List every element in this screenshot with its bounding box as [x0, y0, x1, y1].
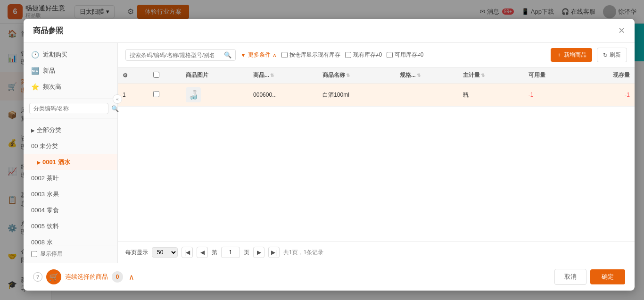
show-disabled-checkbox[interactable] — [31, 251, 37, 257]
quick-label-frequent: 频次高 — [43, 83, 61, 91]
add-product-label: 新增商品 — [564, 51, 586, 59]
quick-frequent[interactable]: ⭐ 频次高 — [24, 79, 117, 95]
quick-label-recent: 近期购买 — [43, 50, 67, 59]
col-code[interactable]: 商品...⇅ — [248, 67, 318, 83]
chevron-up-icon: ∧ — [272, 52, 277, 58]
cat-item-fruit[interactable]: 0003 水果 — [24, 186, 117, 202]
cat-label-0004: 0004 零食 — [31, 206, 59, 215]
cart-area: 🛒 连续选择的商品 0 ∧ — [46, 269, 134, 284]
cat-item-water[interactable]: 0008 水 — [24, 234, 117, 245]
show-disabled-label: 显示停用 — [40, 250, 63, 258]
warehouse-stock-checkbox[interactable] — [281, 52, 288, 58]
cat-item-snack[interactable]: 0004 零食 — [24, 202, 117, 218]
col-name[interactable]: 商品名称⇅ — [318, 67, 395, 83]
expand-icon: ▶ — [31, 128, 35, 133]
quick-recent-purchases[interactable]: 🕐 近期购买 — [24, 47, 117, 63]
pagination-bar: 每页显示 50 100 200 |◀ ◀ 第 页 ▶ ▶| 共1页，1条记录 — [118, 242, 635, 263]
refresh-button[interactable]: ↻ 刷新 — [597, 48, 627, 62]
current-stock-filter[interactable]: 现有库存≠0 — [345, 51, 382, 59]
page-size-select[interactable]: 50 100 200 — [152, 247, 178, 258]
modal-left-panel: 🕐 近期购买 🆕 新品 ⭐ 频次高 « 🔍 — [24, 43, 118, 263]
quick-access-section: 🕐 近期购买 🆕 新品 ⭐ 频次高 — [24, 43, 117, 99]
last-page-button[interactable]: ▶| — [268, 247, 280, 258]
refresh-label: 刷新 — [610, 51, 621, 59]
current-stock-checkbox[interactable] — [345, 52, 351, 58]
col-image: 商品图片 — [181, 67, 248, 83]
col-unit[interactable]: 主计量⇅ — [458, 67, 524, 83]
confirm-button[interactable]: 确定 — [590, 269, 625, 284]
col-stock: 现存量 — [579, 67, 635, 83]
new-icon: 🆕 — [31, 67, 39, 75]
cat-label-0001: 0001 酒水 — [42, 158, 70, 167]
product-search-input[interactable] — [130, 52, 224, 58]
product-reference-modal: 商品参照 ✕ 🕐 近期购买 🆕 新品 ⭐ 频次高 — [24, 19, 635, 291]
row-num: 1 — [118, 83, 149, 107]
modal-right-panel: 🔍 ▼ 更多条件 ∧ 按仓库显示现有库存 现有库存≠0 可用库存≠0 — [118, 43, 635, 263]
page-size-label: 每页显示 — [125, 249, 148, 257]
cancel-button[interactable]: 取消 — [554, 269, 586, 285]
quick-label-new: 新品 — [43, 67, 55, 75]
available-stock-filter[interactable]: 可用库存≠0 — [387, 51, 423, 59]
quick-new-products[interactable]: 🆕 新品 — [24, 63, 117, 79]
cat-item-liquor[interactable]: ▶ 0001 酒水 — [24, 154, 117, 170]
filter-icon: ▼ — [240, 52, 246, 58]
cat-label-all: 全部分类 — [37, 126, 61, 134]
cat-item-tea[interactable]: 0002 茶叶 — [24, 170, 117, 186]
category-search-icon[interactable]: 🔍 — [111, 105, 119, 112]
row-checkbox[interactable] — [149, 83, 181, 107]
cat-label-0003: 0003 水果 — [31, 190, 59, 199]
active-expand-icon: ▶ — [37, 160, 41, 165]
product-thumbnail: 🍶 — [186, 87, 201, 102]
category-search-area: 🔍 — [24, 99, 117, 118]
warehouse-stock-label: 按仓库显示现有库存 — [289, 51, 340, 59]
page-number-input[interactable] — [221, 247, 240, 258]
plus-icon: ＋ — [556, 51, 562, 59]
modal-header: 商品参照 ✕ — [24, 19, 635, 43]
next-page-button[interactable]: ▶ — [253, 247, 264, 258]
modal-close-button[interactable]: ✕ — [618, 25, 625, 36]
col-checkbox[interactable] — [149, 67, 181, 83]
available-stock-label: 可用库存≠0 — [395, 51, 423, 59]
product-search-icon[interactable]: 🔍 — [224, 51, 231, 58]
col-spec[interactable]: 规格...⇅ — [395, 67, 458, 83]
cart-icon: 🛒 — [46, 269, 61, 284]
available-stock-checkbox[interactable] — [387, 52, 393, 58]
cat-label-0008: 0008 水 — [31, 238, 53, 245]
category-list: ▶ 全部分类 00 未分类 ▶ 0001 酒水 0002 茶叶 0003 水果 — [24, 118, 117, 245]
product-search-box: 🔍 — [125, 49, 236, 61]
col-settings[interactable]: ⚙ — [118, 67, 149, 83]
cart-label: 连续选择的商品 — [65, 273, 108, 281]
total-info: 共1页，1条记录 — [283, 249, 323, 257]
row-code: 000600... — [248, 83, 318, 107]
page-unit: 页 — [244, 249, 249, 257]
star-icon: ⭐ — [31, 83, 39, 91]
row-available: -1 — [524, 83, 579, 107]
cat-item-uncategorized[interactable]: 00 未分类 — [24, 138, 117, 154]
collapse-cart-button[interactable]: ∧ — [129, 273, 134, 282]
show-disabled-section: 显示停用 — [24, 245, 117, 263]
help-icon[interactable]: ? — [33, 272, 42, 282]
more-conditions-button[interactable]: ▼ 更多条件 ∧ — [240, 51, 277, 59]
modal-title: 商品参照 — [33, 26, 63, 36]
add-product-button[interactable]: ＋ 新增商品 — [551, 48, 592, 62]
cat-item-beverage[interactable]: 0005 饮料 — [24, 218, 117, 234]
more-conditions-label: 更多条件 — [248, 51, 271, 59]
first-page-button[interactable]: |◀ — [182, 247, 193, 258]
row-name: 白酒100ml — [318, 83, 395, 107]
cat-label-00: 00 未分类 — [31, 142, 58, 150]
select-all-checkbox[interactable] — [153, 72, 159, 78]
row-image: 🍶 — [181, 83, 248, 107]
cat-label-0005: 0005 饮料 — [31, 222, 59, 231]
page-label: 第 — [212, 249, 217, 257]
row-unit: 瓶 — [458, 83, 524, 107]
warehouse-stock-filter[interactable]: 按仓库显示现有库存 — [281, 51, 340, 59]
collapse-left-panel-button[interactable]: « — [113, 94, 122, 104]
prev-page-button[interactable]: ◀ — [197, 247, 208, 258]
category-search-input[interactable] — [29, 103, 108, 114]
modal-body: 🕐 近期购买 🆕 新品 ⭐ 频次高 « 🔍 — [24, 43, 635, 263]
cat-item-all[interactable]: ▶ 全部分类 — [24, 122, 117, 138]
row-select-checkbox[interactable] — [153, 91, 159, 97]
modal-footer: ? 🛒 连续选择的商品 0 ∧ 取消 确定 — [24, 263, 635, 291]
table-row[interactable]: 1 🍶 000600... 白酒100ml 瓶 -1 -1 — [118, 83, 635, 107]
current-stock-label: 现有库存≠0 — [353, 51, 382, 59]
